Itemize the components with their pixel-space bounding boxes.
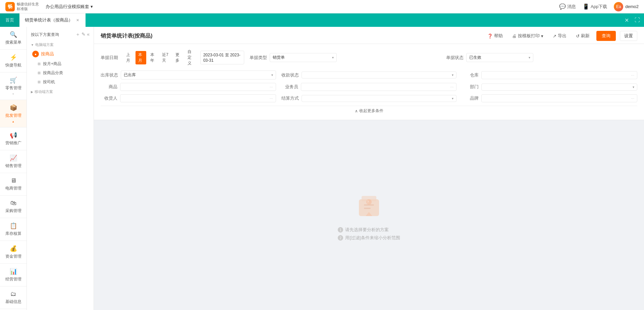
- chevron-down-icon: ▾: [452, 97, 453, 100]
- product-scheme-icon: ●: [32, 51, 39, 57]
- wholesale-icon: 📦: [10, 104, 17, 111]
- template-print-button[interactable]: 🖨 按模板打印 ▾: [509, 32, 546, 40]
- left-panel-icons: ＋ ✎ «: [75, 32, 90, 38]
- messages-button[interactable]: 💬 消息: [559, 3, 576, 10]
- refresh-icon: ↺: [576, 34, 580, 39]
- date-tab-this-month[interactable]: 本月: [136, 51, 146, 64]
- doc-type-select[interactable]: 销货单 ▾: [270, 53, 337, 62]
- more-icon[interactable]: ···: [631, 96, 634, 101]
- date-tab-7days[interactable]: 近7天: [159, 51, 171, 64]
- quick-nav-icon: ⚡: [10, 54, 17, 61]
- doc-status-select[interactable]: 已生效 ▾: [466, 53, 533, 62]
- chevron-down-icon: ▾: [633, 85, 634, 89]
- more-icon[interactable]: ···: [450, 85, 453, 89]
- more-icon[interactable]: ···: [270, 85, 273, 89]
- sidebar-item-base[interactable]: 🗂 基础信息: [0, 287, 26, 309]
- sidebar-item-ops[interactable]: 📊 经营管理: [0, 264, 26, 287]
- sidebar-search[interactable]: 🔍 搜索菜单: [0, 27, 26, 50]
- app-download-button[interactable]: 📱 App下载: [583, 3, 607, 10]
- search-icon: 🔍: [10, 31, 17, 38]
- empty-tip-1: 1 请先选择要分析的方案: [338, 227, 400, 233]
- sidebar-item-inventory[interactable]: 📋 库存核算: [0, 218, 26, 241]
- receiver-input[interactable]: ···: [120, 94, 276, 102]
- maximize-icon[interactable]: ⛶: [633, 16, 641, 24]
- right-content: 销货单统计表(按商品) ❓ 帮助 🖨 按模板打印 ▾ ↗: [94, 27, 644, 310]
- sidebar-item-finance[interactable]: 💰 资金管理: [0, 241, 26, 264]
- tree-item-by-product[interactable]: ● 按商品: [27, 49, 94, 59]
- more-icon[interactable]: ···: [270, 96, 273, 101]
- tab-close-icon[interactable]: ✕: [75, 17, 80, 23]
- date-tab-custom[interactable]: 自定义: [185, 48, 198, 67]
- recv-status-select[interactable]: ▾: [302, 71, 457, 79]
- settings-button[interactable]: 设置: [620, 31, 637, 41]
- dept-group: 部门 ▾: [462, 84, 637, 91]
- workspace-selector[interactable]: 办公用品行业模拟账套 ▾: [43, 2, 96, 11]
- sidebar-item-purchase[interactable]: 🛍 采购管理: [0, 196, 26, 218]
- tab-home[interactable]: 首页: [0, 13, 19, 27]
- payment-select[interactable]: ▾: [302, 95, 457, 102]
- export-button[interactable]: ↗ 导出: [550, 32, 569, 40]
- sidebar-quick-nav[interactable]: ⚡ 快捷导航: [0, 50, 26, 72]
- close-window-icon[interactable]: ✕: [623, 16, 631, 24]
- tree-item-by-printer[interactable]: ⊞ 按司机: [34, 78, 94, 87]
- out-status-select[interactable]: 已出库 ▾: [121, 70, 276, 80]
- sidebar-item-ecom[interactable]: 🖥 电商管理: [0, 173, 26, 196]
- brand-group: 品牌 ···: [462, 94, 637, 102]
- logo-area: 畅 畅捷信好生意 标准版: [5, 2, 39, 11]
- help-icon: ❓: [487, 34, 493, 39]
- date-control: 上月 本月 本年 近7天 更多 自定义 2023-03-01 至 2023-03…: [123, 48, 244, 67]
- finance-icon: 💰: [10, 245, 17, 252]
- goods-label: 商品: [101, 84, 117, 90]
- phone-icon: 📱: [583, 3, 589, 10]
- purchase-icon: 🛍: [10, 200, 16, 207]
- filter-row-1: 单据日期 上月 本月 本年 近7天 更多 自定义 2023-03-01 至 20…: [101, 48, 637, 67]
- tree-item-by-month-product[interactable]: ⊞ 按月+商品: [34, 59, 94, 68]
- date-tab-last-month[interactable]: 上月: [123, 51, 134, 64]
- salesperson-group: 业务员 ···: [281, 83, 457, 91]
- dept-label: 部门: [462, 84, 479, 90]
- desktop-section-label[interactable]: 电脑端方案: [27, 40, 94, 49]
- help-button[interactable]: ❓ 帮助: [485, 32, 505, 40]
- grid-icon-2: ⊞: [36, 70, 42, 76]
- print-icon: 🖨: [512, 34, 517, 39]
- tree-item-by-category[interactable]: ⊞ 按商品分类: [34, 68, 94, 78]
- base-icon: 🗂: [10, 291, 16, 298]
- date-tab-this-year[interactable]: 本年: [148, 51, 158, 64]
- goods-input[interactable]: ···: [120, 83, 276, 91]
- chevron-down-icon: ▾: [91, 4, 93, 9]
- more-icon[interactable]: ···: [631, 73, 634, 78]
- recv-status-label: 收款状态: [281, 72, 299, 78]
- page-title: 销货单统计表(按商品): [101, 33, 153, 40]
- sidebar: 🔍 搜索菜单 ⚡ 快捷导航 🛒 零售管理 ▾ 📦 批发管理 ▴ 📢 营销推广 📈…: [0, 27, 27, 310]
- edit-scheme-icon[interactable]: ✎: [82, 32, 86, 38]
- search-button[interactable]: 查询: [596, 31, 616, 41]
- date-tabs: 上月 本月 本年 近7天 更多 自定义: [123, 48, 198, 67]
- chevron-down-icon: ▾: [452, 73, 453, 77]
- dept-select[interactable]: ▾: [481, 84, 637, 91]
- sidebar-item-sales-mgmt[interactable]: 📈 销售管理: [0, 150, 26, 173]
- sidebar-item-wholesale[interactable]: 📦 批发管理 ▴: [0, 100, 26, 127]
- salesperson-label: 业务员: [281, 84, 298, 90]
- tab-sales-stat[interactable]: 销货单统计表（按商品） ✕: [19, 13, 86, 27]
- collapse-panel-icon[interactable]: «: [87, 32, 90, 38]
- tree-children: ⊞ 按月+商品 ⊞ 按商品分类 ⊞ 按司机: [27, 59, 94, 87]
- sidebar-item-retail[interactable]: 🛒 零售管理 ▾: [0, 72, 26, 100]
- chevron-down-icon: ▾: [271, 73, 273, 77]
- chevron-up-icon: ∧: [355, 109, 358, 113]
- collapse-filters-button[interactable]: ∧ 收起更多条件: [101, 106, 637, 116]
- add-scheme-icon[interactable]: ＋: [75, 32, 80, 38]
- date-tab-more[interactable]: 更多: [173, 51, 183, 64]
- svg-rect-3: [364, 208, 371, 209]
- doc-type-group: 单据类型 销货单 ▾: [250, 53, 441, 62]
- user-avatar-area[interactable]: Ea demo2: [614, 2, 639, 11]
- refresh-button[interactable]: ↺ 刷新: [573, 32, 592, 40]
- brand-input[interactable]: ···: [481, 94, 637, 102]
- date-range-input[interactable]: 2023-03-01 至 2023-03-31: [200, 51, 244, 64]
- warehouse-input[interactable]: ···: [481, 71, 637, 79]
- empty-tip-2: 2 用[过滤]条件来缩小分析范围: [338, 235, 400, 241]
- marketing-icon: 📢: [10, 132, 17, 139]
- sidebar-item-marketing[interactable]: 📢 营销推广: [0, 127, 26, 150]
- mobile-section-label[interactable]: 移动端方案: [27, 87, 94, 96]
- tab-bar: 首页 销货单统计表（按商品） ✕ ✕ ⛶: [0, 13, 644, 27]
- salesperson-input[interactable]: ···: [301, 83, 457, 91]
